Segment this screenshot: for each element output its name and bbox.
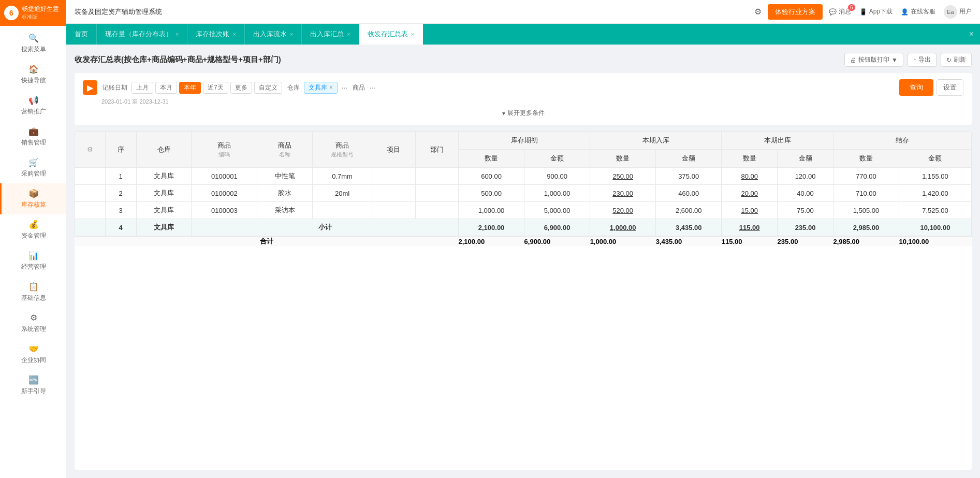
tab-home[interactable]: 首页: [66, 24, 97, 45]
sidebar-item-quick-nav[interactable]: 🏠快捷导航: [0, 59, 66, 90]
query-button[interactable]: 查询: [899, 79, 933, 96]
date-label: 记账日期: [103, 83, 127, 92]
th-in-qty: 数量: [590, 150, 656, 168]
tab-stock-dist[interactable]: 现存量（库存分布表）×: [97, 24, 187, 45]
date-btn-更多[interactable]: 更多: [230, 82, 252, 94]
th-goods-spec: 商品规格型号: [312, 132, 372, 168]
sidebar-item-purchase[interactable]: 🛒采购管理: [0, 152, 66, 183]
row-in-qty[interactable]: 230.00: [590, 185, 656, 202]
row-warehouse: 文具库: [136, 168, 191, 185]
settings-button[interactable]: 设置: [937, 79, 963, 96]
guide-label: 新手引导: [21, 387, 46, 396]
row-check[interactable]: [75, 185, 106, 202]
data-table-container: ⚙ 序 仓库 商品编码 商品名称 商品规格型号 项目 部门 库存期初 本期入库 …: [75, 131, 972, 470]
search-label: 搜索菜单: [21, 45, 46, 54]
th-opening-amt: 金额: [524, 150, 590, 168]
date-btn-自定义[interactable]: 自定义: [254, 82, 282, 94]
sidebar-item-inventory[interactable]: 📦库存核算: [0, 183, 66, 214]
date-btn-本月[interactable]: 本月: [155, 82, 177, 94]
subtotal-balance-amt: 10,100.00: [899, 219, 971, 237]
subtotal-no: 4: [105, 219, 136, 237]
date-btn-本年[interactable]: 本年: [179, 82, 201, 94]
tab-batch[interactable]: 库存批次账×: [187, 24, 244, 45]
sidebar-item-base-info[interactable]: 📋基础信息: [0, 277, 66, 308]
row-in-qty[interactable]: 520.00: [590, 202, 656, 219]
user-item[interactable]: Ea 用户: [944, 5, 972, 19]
purchase-icon: 🛒: [28, 157, 39, 167]
query-actions: 查询 设置: [899, 79, 963, 96]
tab-close-summary[interactable]: ×: [347, 31, 350, 37]
refresh-button[interactable]: ↻ 刷新: [941, 53, 972, 67]
th-out: 本期出库: [722, 132, 833, 150]
tab-recv-send[interactable]: 收发存汇总表×: [359, 24, 423, 45]
row-code: 0100003: [192, 202, 257, 219]
goods-more-icon[interactable]: ···: [369, 83, 375, 92]
print-button[interactable]: 🖨 按钮版打印 ▼: [844, 53, 903, 67]
finance-icon: 💰: [28, 220, 39, 229]
export-button[interactable]: ↑ 导出: [908, 53, 937, 67]
tabbar-close-all-button[interactable]: ×: [963, 30, 980, 39]
gear-icon[interactable]: ⚙: [754, 7, 762, 17]
warehouse-more-icon[interactable]: ···: [342, 83, 348, 92]
sidebar-item-marketing[interactable]: 📢营销推广: [0, 90, 66, 121]
row-no: 3: [105, 202, 136, 219]
print-label: 按钮版打印: [858, 55, 889, 64]
message-item[interactable]: 💬 消息 6: [829, 7, 851, 16]
row-balance-amt: 7,525.00: [899, 202, 971, 219]
total-balance-amt: 10,100.00: [899, 236, 971, 246]
export-label: 导出: [918, 55, 931, 64]
table-row: 1 文具库 0100001 中性笔 0.7mm 600.00 900.00 25…: [75, 168, 972, 185]
avatar: Ea: [944, 5, 957, 19]
th-settings[interactable]: ⚙: [75, 132, 106, 168]
total-in-amt: 3,435.00: [656, 236, 722, 246]
sidebar-item-finance[interactable]: 💰资金管理: [0, 214, 66, 245]
row-balance-amt: 1,420.00: [899, 185, 971, 202]
row-check[interactable]: [75, 202, 106, 219]
date-btn-近7天[interactable]: 近7天: [203, 82, 228, 94]
subtotal-out-qty[interactable]: 115.00: [722, 219, 778, 237]
row-opening-amt: 1,000.00: [524, 185, 590, 202]
guide-icon: 🆕: [28, 375, 39, 385]
row-in-amt: 2,600.00: [656, 202, 722, 219]
sidebar-item-operation[interactable]: 📊经营管理: [0, 245, 66, 277]
tabbar: 首页现存量（库存分布表）×库存批次账×出入库流水×出入库汇总×收发存汇总表××: [66, 24, 980, 45]
sidebar-item-system[interactable]: ⚙系统管理: [0, 308, 66, 339]
expand-more-button[interactable]: ▾ 展开更多条件: [502, 109, 545, 118]
tab-flow[interactable]: 出入库流水×: [245, 24, 302, 45]
sidebar-item-search[interactable]: 🔍搜索菜单: [0, 28, 66, 59]
row-out-qty[interactable]: 15.00: [722, 202, 778, 219]
row-out-qty[interactable]: 20.00: [722, 185, 778, 202]
date-filter-group: 记账日期 上月本月本年近7天更多自定义: [103, 82, 282, 94]
row-out-qty[interactable]: 80.00: [722, 168, 778, 185]
date-btn-上月[interactable]: 上月: [131, 82, 153, 94]
tab-summary[interactable]: 出入库汇总×: [302, 24, 359, 45]
operation-label: 经营管理: [21, 263, 46, 271]
page-actions: 🖨 按钮版打印 ▼ ↑ 导出 ↻ 刷新: [844, 53, 972, 67]
warehouse-tag-close-icon[interactable]: ×: [329, 84, 333, 91]
filter-expand-button[interactable]: ▶: [83, 80, 97, 95]
operation-icon: 📊: [28, 251, 39, 260]
row-no: 1: [105, 168, 136, 185]
row-check[interactable]: [75, 168, 106, 185]
online-service-item[interactable]: 👤 在线客服: [901, 7, 935, 16]
row-in-qty[interactable]: 250.00: [590, 168, 656, 185]
main-area: 装备及固定资产辅助管理系统 ⚙ 体验行业方案 💬 消息 6 📱 App下载 👤 …: [66, 0, 980, 478]
tab-close-stock-dist[interactable]: ×: [175, 31, 179, 37]
sidebar-item-enterprise[interactable]: 🤝企业协同: [0, 339, 66, 370]
row-name: 胶水: [257, 185, 312, 202]
tab-close-flow[interactable]: ×: [290, 31, 293, 37]
tab-close-batch[interactable]: ×: [232, 31, 236, 37]
sidebar-item-sales[interactable]: 💼销售管理: [0, 121, 66, 152]
subtotal-opening-amt: 6,900.00: [524, 219, 590, 237]
warehouse-tag[interactable]: 文具库 ×: [304, 82, 338, 94]
subtotal-in-qty[interactable]: 1,000.00: [590, 219, 656, 237]
tab-close-recv-send[interactable]: ×: [411, 31, 414, 37]
row-no: 2: [105, 185, 136, 202]
column-settings-icon[interactable]: ⚙: [87, 146, 93, 153]
experience-button[interactable]: 体验行业方案: [768, 4, 823, 20]
filter-panel: ▶ 记账日期 上月本月本年近7天更多自定义 仓库 文具库 × ··· 商品 ··…: [75, 73, 972, 125]
sidebar-item-guide[interactable]: 🆕新手引导: [0, 370, 66, 401]
sidebar: 6 畅捷通好生意 标准版 🔍搜索菜单🏠快捷导航📢营销推广💼销售管理🛒采购管理📦库…: [0, 0, 66, 478]
row-opening-qty: 1,000.00: [459, 202, 524, 219]
app-download-item[interactable]: 📱 App下载: [859, 7, 893, 16]
